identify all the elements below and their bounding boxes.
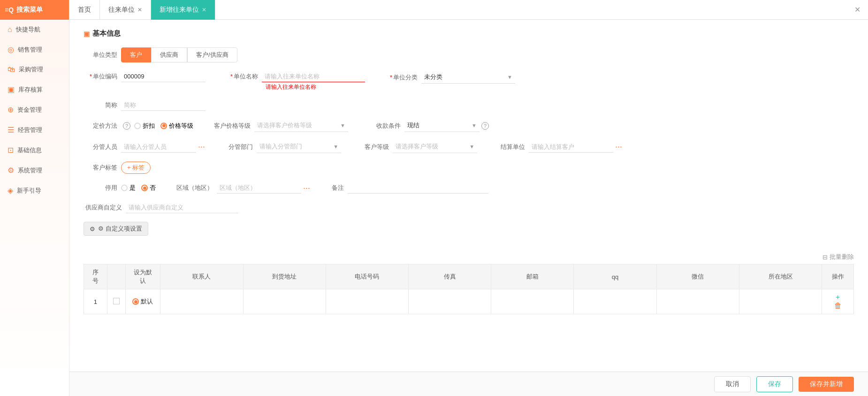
row-fax-input[interactable] [414, 298, 485, 305]
info-icon: ⊡ [8, 146, 14, 155]
row-contact [160, 289, 243, 314]
region-more-icon[interactable]: ··· [303, 183, 310, 193]
supplier-custom-label: 供应商自定义 [84, 203, 126, 212]
form-footer: 取消 保存 保存并新增 [69, 372, 868, 396]
disabled-no-label: 否 [150, 184, 156, 192]
row-wechat [656, 289, 739, 314]
save-button[interactable]: 保存 [756, 376, 793, 392]
pricing-discount[interactable]: 折扣 [134, 122, 155, 130]
save-new-button[interactable]: 保存并新增 [799, 377, 854, 392]
department-select[interactable]: 请输入分管部门 ▼ [257, 140, 341, 153]
disabled-no[interactable]: 否 [141, 184, 156, 192]
manager-more-icon[interactable]: ··· [198, 142, 205, 152]
col-region: 所在地区 [739, 264, 822, 289]
unit-type-both[interactable]: 客户/供应商 [187, 47, 237, 62]
short-name-input[interactable] [121, 100, 206, 111]
col-email: 邮箱 [491, 264, 574, 289]
disabled-label: 停用 [84, 184, 121, 192]
row-delete-button[interactable]: 🗑 [832, 302, 844, 310]
payment-terms-select[interactable]: 现结 ▼ [404, 119, 480, 132]
tags-label: 客户标签 [84, 163, 121, 172]
disabled-no-radio[interactable] [141, 185, 148, 191]
row-no: 1 [84, 289, 107, 314]
disabled-yes-label: 是 [129, 184, 136, 192]
row-checkbox[interactable] [113, 298, 120, 304]
dropdown-arrow-icon: ▼ [507, 74, 512, 80]
unit-category-select[interactable]: 未分类 ▼ [421, 71, 515, 84]
pricing-help-icon[interactable]: ? [123, 122, 130, 130]
col-contact: 联系人 [160, 264, 243, 289]
sidebar-search[interactable]: ≡Q 搜索菜单 [0, 0, 69, 20]
gear-icon: ⚙ [8, 166, 14, 175]
tab-contacts-close[interactable]: ✕ [137, 7, 142, 13]
add-tag-button[interactable]: + 标签 [121, 162, 151, 174]
cancel-button[interactable]: 取消 [714, 376, 751, 392]
row-region-input[interactable] [745, 298, 816, 305]
discount-radio[interactable] [134, 123, 141, 129]
sidebar-item-quick-nav[interactable]: ⌂ 快捷导航 [0, 20, 69, 39]
custom-settings-button[interactable]: ⚙ ⚙ 自定义项设置 [84, 222, 148, 236]
customer-price-level-select[interactable]: 请选择客户价格等级 ▼ [254, 119, 348, 132]
unit-type-supplier[interactable]: 供应商 [151, 47, 187, 62]
row-action-cell: + 🗑 [822, 289, 854, 314]
sidebar-item-label: 基础信息 [17, 146, 42, 155]
home-icon: ⌂ [8, 25, 12, 34]
row-default-radio[interactable] [132, 298, 139, 305]
close-all-tabs[interactable]: ✕ [847, 5, 868, 14]
sidebar-item-basic-info[interactable]: ⊡ 基础信息 [0, 140, 69, 160]
tab-bar: 首页 往来单位 ✕ 新增往来单位 ✕ ✕ [69, 0, 868, 20]
settlement-unit-input[interactable] [529, 141, 613, 153]
manager-input[interactable] [121, 141, 196, 153]
manager-label: 分管人员 [84, 143, 121, 151]
unit-name-label: 单位名称 [224, 72, 262, 81]
price-level-label: 价格等级 [169, 122, 193, 130]
row-email-input[interactable] [497, 298, 568, 305]
tab-home[interactable]: 首页 [69, 0, 100, 20]
disabled-yes-radio[interactable] [121, 185, 128, 191]
customer-level-select[interactable]: 请选择客户等级 ▼ [393, 140, 477, 153]
tab-contacts[interactable]: 往来单位 ✕ [100, 0, 151, 20]
batch-delete-button[interactable]: ⊟ 批量删除 [822, 253, 854, 261]
sidebar-item-sales[interactable]: ◎ 销售管理 [0, 39, 69, 60]
supplier-custom-input[interactable] [126, 202, 238, 213]
unit-name-input[interactable] [262, 71, 365, 82]
delete-icon: ⊟ [822, 254, 828, 261]
pricing-row: 定价方法 ? 折扣 价格等级 客户价格等级 请选择客户价格等级 [84, 119, 854, 132]
row-qq-input[interactable] [579, 298, 650, 305]
region-input[interactable] [217, 182, 301, 194]
price-level-radio[interactable] [160, 123, 167, 129]
sidebar-item-inventory[interactable]: ▣ 库存核算 [0, 79, 69, 100]
pricing-method-label: 定价方法 [84, 122, 121, 130]
row-default-label: 默认 [141, 297, 153, 306]
settlement-more-icon[interactable]: ··· [615, 142, 622, 152]
row-add-button[interactable]: + [834, 293, 842, 302]
unit-code-input[interactable] [121, 71, 206, 82]
sidebar-item-purchase[interactable]: 🛍 采购管理 [0, 60, 69, 79]
sidebar-item-guide[interactable]: ◈ 新手引导 [0, 180, 69, 201]
sidebar-item-operations[interactable]: ☰ 经营管理 [0, 120, 69, 140]
pricing-price-level[interactable]: 价格等级 [160, 122, 193, 130]
sidebar-item-label: 资金管理 [17, 106, 42, 114]
payment-terms-value: 现结 [407, 121, 419, 130]
tab-new-contact-close[interactable]: ✕ [202, 7, 206, 13]
sidebar-item-finance[interactable]: ⊕ 资金管理 [0, 100, 69, 120]
row-wechat-input[interactable] [662, 298, 733, 305]
sidebar-item-label: 销售管理 [18, 46, 42, 54]
unit-type-label: 单位类型 [84, 51, 121, 59]
chart-icon: ◎ [8, 45, 14, 54]
tab-new-contact[interactable]: 新增往来单位 ✕ [151, 0, 215, 20]
remarks-input[interactable] [348, 182, 488, 194]
row-contact-input[interactable] [166, 298, 237, 305]
disabled-yes[interactable]: 是 [121, 184, 136, 192]
sidebar-item-system[interactable]: ⚙ 系统管理 [0, 160, 69, 180]
unit-code-label: 单位编码 [84, 72, 121, 81]
manager-row: 分管人员 ··· 分管部门 请输入分管部门 ▼ 客户等级 请选择客户等级 ▼ 结… [84, 140, 854, 153]
row-address-input[interactable] [249, 298, 320, 305]
unit-type-customer[interactable]: 客户 [121, 47, 151, 62]
row-phone-input[interactable] [332, 298, 403, 305]
unit-category-value: 未分类 [424, 73, 442, 81]
disabled-row: 停用 是 否 区域（地区） ··· 备注 [84, 182, 854, 194]
col-phone: 电话号码 [326, 264, 408, 289]
customer-price-level-placeholder: 请选择客户价格等级 [257, 121, 312, 130]
payment-help-icon[interactable]: ? [481, 122, 489, 130]
